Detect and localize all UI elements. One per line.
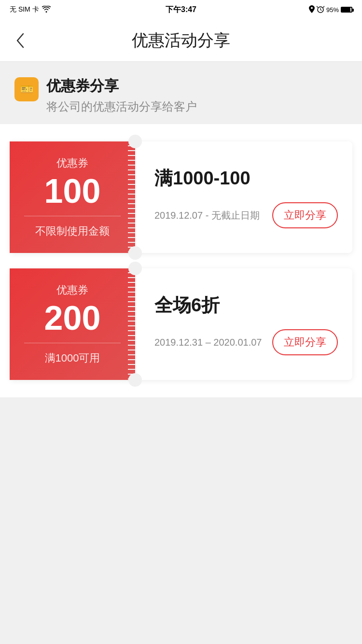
- coupon-icon: 🎫: [20, 83, 33, 96]
- empty-area: [0, 397, 362, 644]
- notch-top-1: [128, 135, 142, 148]
- coupon-label-1: 优惠券: [56, 156, 88, 170]
- section-text: 优惠券分享 将公司的优惠活动分享给客户: [46, 76, 197, 114]
- coupon-date-2: 2019.12.31 – 2020.01.07: [154, 337, 272, 348]
- carrier-text: 无 SIM 卡: [10, 5, 39, 14]
- battery-text: 95%: [326, 6, 339, 14]
- status-bar: 无 SIM 卡 下午3:47 95%: [0, 0, 362, 19]
- coupon-name-1: 满1000-100: [154, 166, 338, 191]
- battery-icon: [341, 7, 352, 13]
- alarm-icon: [317, 5, 324, 14]
- coupon-card-inner-1: 优惠券 100 不限制使用金额 满1000-100 2019.12.07 - 无…: [10, 141, 352, 253]
- nav-bar: 优惠活动分享: [0, 19, 362, 62]
- status-time: 下午3:47: [166, 5, 196, 15]
- coupon-card-2: 优惠券 200 满1000可用 全场6折 2019.12.31 – 2020.0…: [0, 261, 362, 388]
- section-icon: 🎫: [14, 77, 39, 101]
- share-button-1[interactable]: 立即分享: [272, 202, 338, 228]
- section-header: 🎫 优惠券分享 将公司的优惠活动分享给客户: [0, 62, 362, 124]
- coupon-condition-1: 不限制使用金额: [35, 224, 110, 238]
- cards-container: 优惠券 100 不限制使用金额 满1000-100 2019.12.07 - 无…: [0, 124, 362, 397]
- coupon-left-2: 优惠券 200 满1000可用: [10, 268, 135, 380]
- coupon-date-1: 2019.12.07 - 无截止日期: [154, 209, 272, 222]
- coupon-card-1: 优惠券 100 不限制使用金额 满1000-100 2019.12.07 - 无…: [0, 134, 362, 261]
- coupon-card-inner-2: 优惠券 200 满1000可用 全场6折 2019.12.31 – 2020.0…: [10, 268, 352, 380]
- share-button-2[interactable]: 立即分享: [272, 329, 338, 355]
- coupon-label-2: 优惠券: [56, 283, 88, 297]
- coupon-divider-1: [24, 216, 121, 216]
- coupon-footer-1: 2019.12.07 - 无截止日期 立即分享: [154, 202, 338, 228]
- section-subtitle: 将公司的优惠活动分享给客户: [46, 99, 197, 114]
- coupon-right-1: 满1000-100 2019.12.07 - 无截止日期 立即分享: [135, 141, 352, 253]
- coupon-footer-2: 2019.12.31 – 2020.01.07 立即分享: [154, 329, 338, 355]
- coupon-amount-1: 100: [44, 174, 101, 208]
- coupon-right-2: 全场6折 2019.12.31 – 2020.01.07 立即分享: [135, 268, 352, 380]
- coupon-condition-2: 满1000可用: [45, 351, 100, 365]
- location-icon: [309, 5, 315, 14]
- status-left: 无 SIM 卡: [10, 5, 51, 14]
- coupon-left-1: 优惠券 100 不限制使用金额: [10, 141, 135, 253]
- wifi-icon: [42, 6, 51, 14]
- svg-point-0: [311, 7, 313, 9]
- notch-bottom-1: [128, 246, 142, 260]
- coupon-amount-2: 200: [44, 301, 101, 335]
- section-title: 优惠券分享: [46, 76, 197, 96]
- notch-top-2: [128, 262, 142, 275]
- coupon-divider-2: [24, 343, 121, 343]
- coupon-name-2: 全场6折: [154, 293, 338, 318]
- status-right: 95%: [309, 5, 352, 14]
- page-title: 优惠活动分享: [132, 29, 230, 52]
- back-button[interactable]: [14, 32, 25, 49]
- notch-bottom-2: [128, 373, 142, 387]
